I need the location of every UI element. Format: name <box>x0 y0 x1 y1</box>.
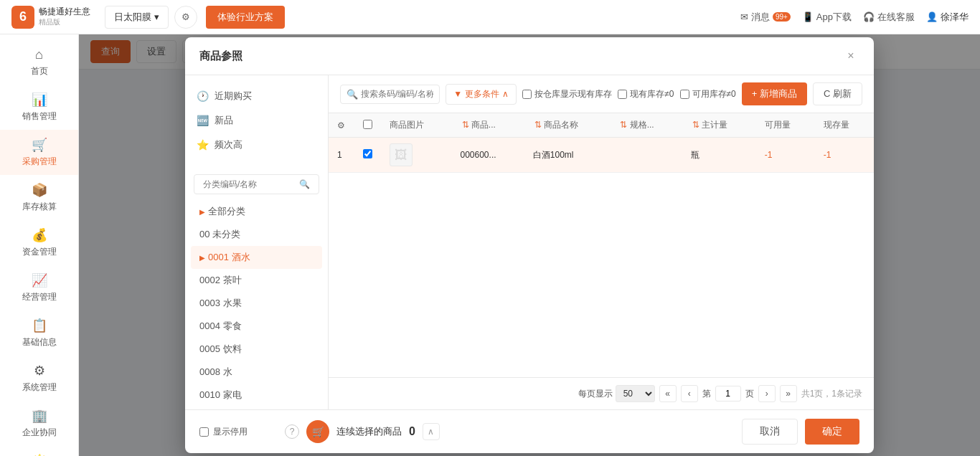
modal-overlay: 商品参照 × 🕐 近期购买 🆕 <box>79 34 980 456</box>
footer-collapse-btn[interactable]: ∧ <box>423 423 440 440</box>
messages-label: 消息 <box>751 11 770 24</box>
page-number-input[interactable] <box>715 386 741 402</box>
sidebar-item-operation[interactable]: 📈 经营管理 <box>0 265 78 310</box>
selected-count-label: 连续选择的商品 <box>336 425 402 438</box>
th-code-label: 商品... <box>471 120 496 130</box>
avatar-icon: 👤 <box>926 11 938 22</box>
sidebar-label-operation: 经营管理 <box>22 291 57 303</box>
available-stock-checkbox[interactable]: 可用库存≠0 <box>680 88 736 100</box>
show-disabled-text: 显示停用 <box>213 426 248 438</box>
cancel-button[interactable]: 取消 <box>742 419 798 445</box>
footer-right: 取消 确定 <box>742 419 859 445</box>
th-spec-label: 规格... <box>630 120 654 130</box>
gear-icon: ⚙ <box>182 11 190 22</box>
th-unit-label: 主计量 <box>702 120 727 130</box>
app-download-label: App下载 <box>816 11 852 24</box>
th-code[interactable]: ⇅ 商品... <box>452 113 524 138</box>
sidebar-item-home[interactable]: ⌂ 首页 <box>0 40 78 85</box>
sidebar-item-purchase[interactable]: 🛒 采购管理 <box>0 130 78 175</box>
user-name: 徐泽华 <box>941 11 969 24</box>
selected-count-num: 0 <box>409 425 415 438</box>
cell-checkbox[interactable] <box>354 138 381 173</box>
sidebar-item-system[interactable]: ⚙ 系统管理 <box>0 356 78 401</box>
product-thumbnail: 🖼 <box>390 143 413 166</box>
help-button[interactable]: ? <box>285 424 299 439</box>
category-item-0001[interactable]: ▶ 0001 酒水 <box>191 246 322 269</box>
filter-chevron: ∧ <box>502 89 509 99</box>
sidebar-label-finance: 资金管理 <box>22 246 57 258</box>
category-item-0002[interactable]: 0002 茶叶 <box>191 269 322 292</box>
cart-icon-button[interactable]: 🛒 <box>306 420 329 443</box>
th-settings[interactable]: ⚙ <box>329 113 354 138</box>
product-image-placeholder: 🖼 <box>395 148 407 163</box>
row-checkbox[interactable] <box>363 149 372 158</box>
product-search-box[interactable]: 🔍 <box>340 85 440 104</box>
current-stock-label: 现有库存≠0 <box>630 88 674 100</box>
settings-gear-button[interactable]: ⚙ <box>174 6 197 29</box>
th-name[interactable]: ⇅ 商品名称 <box>524 113 611 138</box>
prev-page-btn[interactable]: ‹ <box>681 385 698 402</box>
tenant-selector[interactable]: 日太阳膜 ▾ <box>105 6 169 29</box>
more-filters-btn[interactable]: ▼ 更多条件 ∧ <box>446 84 517 105</box>
th-unit[interactable]: ⇅ 主计量 <box>682 113 756 138</box>
sidebar-item-basic[interactable]: 📋 基础信息 <box>0 310 78 356</box>
current-stock-checkbox[interactable]: 现有库存≠0 <box>618 88 674 100</box>
nav-item-new[interactable]: 🆕 新品 <box>185 108 328 133</box>
sidebar-item-enterprise[interactable]: 🏢 企业协同 <box>0 401 78 446</box>
refresh-btn[interactable]: C 刷新 <box>813 82 862 105</box>
nav-item-frequent[interactable]: ⭐ 频次高 <box>185 133 328 157</box>
th-checkbox[interactable] <box>354 113 381 138</box>
headset-icon: 🎧 <box>863 11 875 22</box>
select-all-checkbox[interactable] <box>363 120 372 129</box>
warehouse-display-checkbox[interactable]: 按仓库显示现有库存 <box>522 88 612 100</box>
show-disabled-label[interactable]: 显示停用 <box>199 426 248 438</box>
available-stock-input[interactable] <box>680 90 689 99</box>
category-search-input[interactable] <box>203 179 299 189</box>
next-page-btn[interactable]: › <box>758 385 776 402</box>
sidebar-item-sales[interactable]: 📊 销售管理 <box>0 85 78 130</box>
th-image-label: 商品图片 <box>390 120 424 130</box>
category-item-0010[interactable]: 0010 家电 <box>191 384 322 407</box>
category-label-0005: 0005 饮料 <box>199 343 242 356</box>
category-item-0004[interactable]: 0004 零食 <box>191 315 322 338</box>
category-item-00[interactable]: 00 未分类 <box>191 223 322 246</box>
first-page-btn[interactable]: « <box>659 385 677 402</box>
logo-icon: 6 <box>11 6 34 29</box>
nav-item-recent[interactable]: 🕐 近期购买 <box>185 84 328 108</box>
page-label: 第 <box>702 388 711 400</box>
category-item-0005[interactable]: 0005 饮料 <box>191 338 322 361</box>
sidebar-label-enterprise: 企业协同 <box>22 427 57 439</box>
category-item-0008[interactable]: 0008 水 <box>191 361 322 384</box>
warehouse-display-label: 按仓库显示现有库存 <box>534 88 612 100</box>
product-search-input[interactable] <box>361 89 433 99</box>
current-stock-input[interactable] <box>618 90 627 99</box>
show-disabled-checkbox[interactable] <box>199 427 209 437</box>
messages-nav-item[interactable]: ✉ 消息 99+ <box>740 11 791 24</box>
page-size-select-input[interactable]: 50 10 20 100 <box>616 385 655 402</box>
last-page-btn[interactable]: » <box>780 385 797 402</box>
category-item-all[interactable]: ▶ 全部分类 <box>191 200 322 223</box>
modal-close-button[interactable]: × <box>842 47 859 65</box>
confirm-button[interactable]: 确定 <box>805 419 859 445</box>
sidebar-item-inventory[interactable]: 📦 库存核算 <box>0 175 78 220</box>
inventory-icon: 📦 <box>32 182 47 198</box>
warehouse-display-input[interactable] <box>522 90 532 99</box>
nav-right: ✉ 消息 99+ 📱 App下载 🎧 在线客服 👤 徐泽华 <box>740 11 969 24</box>
user-profile[interactable]: 👤 徐泽华 <box>926 11 969 24</box>
app-download-nav-item[interactable]: 📱 App下载 <box>802 11 852 24</box>
recent-icon: 🕐 <box>197 90 209 102</box>
category-item-0003[interactable]: 0003 水果 <box>191 292 322 315</box>
sidebar-item-finance[interactable]: 💰 资金管理 <box>0 220 78 265</box>
page-size-label: 每页显示 <box>578 388 613 400</box>
chevron-up-icon: ∧ <box>428 427 434 437</box>
page-suffix: 页 <box>745 388 754 400</box>
table-row[interactable]: 1 🖼 <box>329 138 874 173</box>
add-product-btn[interactable]: + 新增商品 <box>742 82 807 105</box>
category-label-0010: 0010 家电 <box>199 389 242 402</box>
th-spec[interactable]: ⇅ 规格... <box>610 113 682 138</box>
main-content: 查询 设置 刷新 商品参照 × <box>79 34 980 456</box>
trial-button[interactable]: 体验行业方案 <box>206 6 285 29</box>
online-service-nav-item[interactable]: 🎧 在线客服 <box>863 11 915 24</box>
sidebar-item-guide[interactable]: 🌟 新手引导 <box>0 446 78 456</box>
category-search-box[interactable]: 🔍 <box>194 174 319 194</box>
